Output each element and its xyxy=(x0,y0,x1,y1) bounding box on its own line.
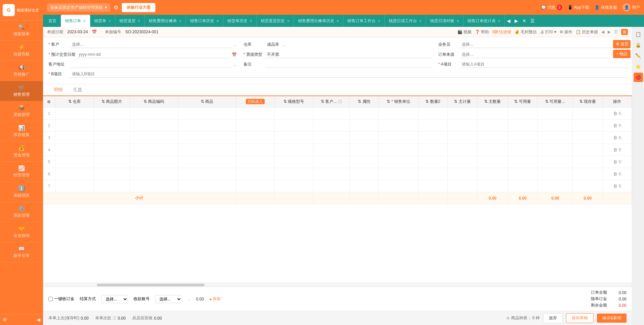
row-main-unit[interactable] xyxy=(447,168,478,180)
row-unit[interactable] xyxy=(379,132,418,144)
th-code[interactable]: ⇅ 商品编码 xyxy=(130,96,178,108)
right-panel-alert-icon[interactable]: 🔴 xyxy=(634,73,643,82)
tab-home[interactable]: 首页 xyxy=(44,15,61,27)
grid-view-icon[interactable]: ⊞ xyxy=(621,29,628,35)
th-qty2[interactable]: ⇅ 数量2 xyxy=(418,96,447,108)
row-copy-button[interactable]: ⎘ xyxy=(619,147,621,152)
right-panel-lock-icon[interactable]: 🔒 xyxy=(634,40,643,50)
row-main-qty[interactable] xyxy=(478,108,508,120)
ops-button[interactable]: ⚙ 操作 xyxy=(560,29,572,35)
sidebar-item-purchase[interactable]: 📦 采购管理 xyxy=(0,101,43,121)
row-product[interactable] xyxy=(178,168,236,180)
row-product[interactable] xyxy=(178,108,236,120)
warehouse-more-button[interactable]: ... xyxy=(282,42,286,47)
row-product[interactable] xyxy=(178,144,236,156)
calendar-icon[interactable]: 📅 xyxy=(232,52,237,57)
calendar-icon[interactable]: 📅 xyxy=(92,30,97,34)
messages-item[interactable]: 💬 消息 9 xyxy=(541,5,562,10)
payment-method-select[interactable]: 选择... xyxy=(101,295,128,303)
row-delete-button[interactable]: 🗑 xyxy=(613,171,617,176)
row-customer-code[interactable] xyxy=(313,144,350,156)
tab-workbench[interactable]: 销售订单工作台 ✕ xyxy=(343,15,385,27)
scrollbar-area[interactable] xyxy=(43,283,632,287)
row-qty2[interactable] xyxy=(418,180,447,192)
close-icon[interactable]: ✕ xyxy=(250,19,252,23)
row-main-qty[interactable] xyxy=(478,120,508,132)
save-draft-button[interactable]: 保存草稿 xyxy=(566,313,594,323)
row-spec[interactable] xyxy=(274,144,313,156)
close-icon[interactable]: ✕ xyxy=(336,19,339,23)
th-scan[interactable]: 扫码录入 xyxy=(236,96,274,108)
profit-button[interactable]: 💰 毛利预估 xyxy=(515,29,537,35)
add-button[interactable]: ● 添加 xyxy=(209,296,220,302)
row-code[interactable] xyxy=(130,144,178,156)
row-warehouse[interactable] xyxy=(55,132,94,144)
row-copy-button[interactable]: ⎘ xyxy=(619,171,621,176)
tab-prev-button[interactable]: ◀ xyxy=(505,17,513,25)
close-icon[interactable]: ✕ xyxy=(179,19,182,23)
sidebar-item-base-info[interactable]: ℹ️ 基础信息 xyxy=(0,182,43,202)
row-spec[interactable] xyxy=(274,120,313,132)
customer-more-button[interactable]: ... xyxy=(233,42,237,47)
tab-stats[interactable]: 销售订单统计表 ✕ xyxy=(463,15,505,27)
row-unit[interactable] xyxy=(379,156,418,168)
row-spec[interactable] xyxy=(274,132,313,144)
abandon-button[interactable]: 放弃 xyxy=(543,313,563,323)
shortcut-button[interactable]: ⌨ 快捷键 xyxy=(492,29,511,35)
user-item[interactable]: 👤 用户 xyxy=(622,3,640,11)
row-main-qty[interactable] xyxy=(478,156,508,168)
row-qty2[interactable] xyxy=(418,156,447,168)
close-icon[interactable]: ✕ xyxy=(378,19,380,23)
b-project-input[interactable] xyxy=(70,71,627,78)
address-more-button[interactable]: ... xyxy=(233,62,237,67)
th-product[interactable]: ⇅ 商品 xyxy=(178,96,236,108)
row-attr[interactable] xyxy=(350,132,379,144)
sidebar-settings-icon[interactable]: ⚙ xyxy=(3,317,7,322)
system-selector[interactable]: 装备及固定资产辅助管理系统 ▾ xyxy=(47,3,110,12)
view-button[interactable]: 🎬 视频 xyxy=(457,29,471,35)
row-main-unit[interactable] xyxy=(447,180,478,192)
row-code[interactable] xyxy=(130,120,178,132)
row-delete-button[interactable]: 🗑 xyxy=(613,123,617,128)
sidebar-item-cooperation[interactable]: 🤝 企业协同 xyxy=(0,222,43,242)
row-attr[interactable] xyxy=(350,168,379,180)
tab-next-button[interactable]: ▶ xyxy=(513,17,520,25)
tab-reconcile[interactable]: 钱货日清对账 ✕ xyxy=(426,15,463,27)
tab-close-all-button[interactable]: ✕ xyxy=(520,17,528,25)
row-warehouse[interactable] xyxy=(55,168,94,180)
row-unit[interactable] xyxy=(379,120,418,132)
row-qty2[interactable] xyxy=(418,168,447,180)
sidebar-item-sales[interactable]: 🛒 销售管理 xyxy=(0,81,43,101)
row-main-qty[interactable] xyxy=(478,144,508,156)
row-main-qty[interactable] xyxy=(478,132,508,144)
row-product[interactable] xyxy=(178,156,236,168)
row-warehouse[interactable] xyxy=(55,180,94,192)
right-panel-star-icon[interactable]: ⭐ xyxy=(634,62,643,71)
row-attr[interactable] xyxy=(350,180,379,192)
row-product[interactable] xyxy=(178,132,236,144)
th-main-unit[interactable]: ⇅ 主计量 xyxy=(447,96,478,108)
row-copy-button[interactable]: ⎘ xyxy=(619,123,621,128)
customer-input[interactable] xyxy=(70,41,232,48)
row-code[interactable] xyxy=(130,168,178,180)
print-button[interactable]: 🖨 打印 ▾ xyxy=(540,29,556,35)
row-warehouse[interactable] xyxy=(55,144,94,156)
row-spec[interactable] xyxy=(274,156,313,168)
row-main-unit[interactable] xyxy=(447,108,478,120)
row-warehouse[interactable] xyxy=(55,120,94,132)
row-product[interactable] xyxy=(178,120,236,132)
row-main-unit[interactable] xyxy=(447,132,478,144)
th-customer-code[interactable]: ⇅ 客户... ⓘ xyxy=(313,96,350,108)
th-attr[interactable]: ⇅ 属性 xyxy=(350,96,379,108)
fake-scrollbar[interactable] xyxy=(97,284,204,286)
one-click-checkbox-label[interactable]: 一键收订金 xyxy=(48,296,74,302)
th-img[interactable]: ⇅ 商品图片 xyxy=(94,96,130,108)
close-icon[interactable]: ✕ xyxy=(287,19,290,23)
tab-sales-goods-close[interactable]: ✕ xyxy=(108,19,111,23)
row-unit[interactable] xyxy=(379,108,418,120)
th-avail[interactable]: ⇅ 可用量 xyxy=(507,96,538,108)
nav-next-icon[interactable]: ▶ xyxy=(608,30,611,34)
row-unit[interactable] xyxy=(379,180,418,192)
th-settings[interactable]: ⚙ xyxy=(43,96,55,108)
row-code[interactable] xyxy=(130,180,178,192)
